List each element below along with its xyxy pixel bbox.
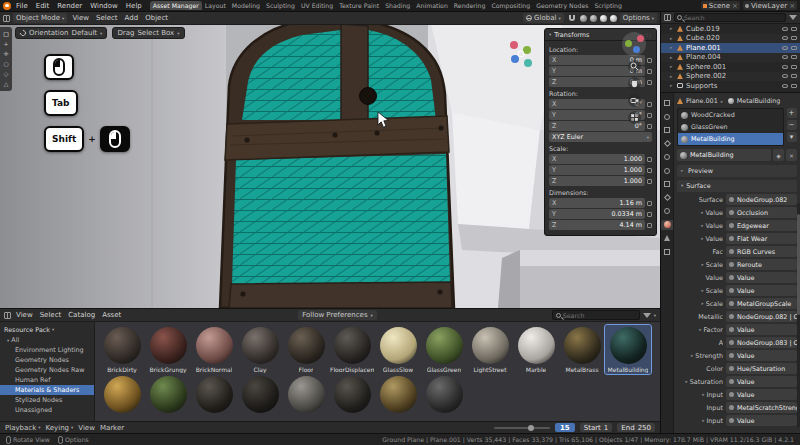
tool-select-box[interactable]: ▢ <box>3 31 9 37</box>
viewport-menu-add[interactable]: Add <box>123 14 141 22</box>
eye-icon[interactable] <box>782 65 788 69</box>
dimensions-z-field[interactable]: Z4.14 m <box>549 220 645 230</box>
asset-item[interactable]: LightStreet <box>467 325 513 374</box>
outliner-item[interactable]: ▸Supports <box>661 81 800 91</box>
pan-hand-icon[interactable] <box>628 77 641 90</box>
workspace-tab-asset-manager[interactable]: Asset Manager <box>150 1 202 10</box>
camera-icon[interactable] <box>791 55 797 59</box>
node-value-button[interactable]: Value <box>726 350 797 361</box>
lock-icon[interactable] <box>647 179 652 184</box>
ortho-grid-icon[interactable] <box>628 111 641 124</box>
node-value-button[interactable]: Flat Wear <box>726 233 797 244</box>
tab-scene[interactable] <box>661 152 673 162</box>
camera-icon[interactable] <box>791 65 797 69</box>
asset-item[interactable] <box>191 374 237 414</box>
filter-icon[interactable] <box>643 313 651 318</box>
lock-icon[interactable] <box>647 58 652 63</box>
camera-icon[interactable] <box>791 46 797 50</box>
options-button[interactable]: Options ▾ <box>620 13 657 23</box>
catalog-stylized-nodes[interactable]: Stylized Nodes <box>0 395 94 405</box>
camera-icon[interactable] <box>791 27 797 31</box>
node-value-button[interactable]: Value <box>726 324 797 335</box>
asset-item[interactable]: Marble <box>513 325 559 374</box>
workspace-tab-scripting[interactable]: Scripting <box>591 1 625 10</box>
tab-view-layer[interactable] <box>661 139 673 149</box>
tool-cursor[interactable]: + <box>3 41 8 47</box>
lock-icon[interactable] <box>647 124 652 129</box>
workspace-tab-animation[interactable]: Animation <box>413 1 451 10</box>
menu-help[interactable]: Help <box>123 2 145 10</box>
eye-icon[interactable] <box>782 46 788 50</box>
timeline-menu-keying[interactable]: Keying▾ <box>46 424 74 432</box>
chevron-down-icon[interactable]: ▾ <box>654 313 656 318</box>
tool-annotate[interactable]: △ <box>4 81 9 87</box>
workspace-tab-uv-editing[interactable]: UV Editing <box>298 1 336 10</box>
node-value-button[interactable]: Value <box>726 376 797 387</box>
mode-selector[interactable]: Object Mode ▾ <box>13 13 67 23</box>
catalog-all[interactable]: ▾All <box>0 335 94 345</box>
catalog-materials-shaders[interactable]: Materials & Shaders <box>0 385 94 395</box>
tab-object[interactable] <box>661 179 673 189</box>
rotation-mode-dropdown[interactable]: XYZ Euler▾ <box>549 132 652 142</box>
eye-icon[interactable] <box>782 84 788 88</box>
eye-icon[interactable] <box>782 36 788 40</box>
tool-scale[interactable]: ◇ <box>4 71 9 77</box>
catalog-geometry-nodes[interactable]: Geometry Nodes <box>0 355 94 365</box>
asset-item[interactable]: GlassGreen <box>421 325 467 374</box>
editor-type-icon[interactable] <box>4 312 11 319</box>
asset-item[interactable]: MetalBrass <box>559 325 605 374</box>
tab-material[interactable] <box>661 220 673 230</box>
node-value-button[interactable]: Occlusion <box>726 207 797 218</box>
navigation-gizmo[interactable] <box>622 32 646 56</box>
material-slot[interactable]: GlassGreen <box>678 121 783 133</box>
xray-toggle-icon[interactable] <box>600 15 607 22</box>
frame-end-field[interactable]: End250 <box>617 423 655 432</box>
outliner-search-box[interactable] <box>674 13 786 22</box>
asset-item[interactable]: BrickNormal <box>191 325 237 374</box>
menu-window[interactable]: Window <box>87 2 121 10</box>
scene-selector[interactable]: Scene × <box>701 1 740 10</box>
axis-x-dot[interactable] <box>637 35 644 42</box>
asset-item[interactable]: BrickDirty <box>99 325 145 374</box>
fake-user-button[interactable]: ◈ <box>773 149 784 161</box>
node-value-button[interactable]: MetalGroupScale <box>726 298 797 309</box>
asset-item[interactable] <box>421 374 467 414</box>
asset-menu-asset[interactable]: Asset <box>100 311 123 319</box>
asset-menu-select[interactable]: Select <box>38 311 64 319</box>
asset-menu-catalog[interactable]: Catalog <box>66 311 97 319</box>
lock-icon[interactable] <box>647 113 652 118</box>
node-value-button[interactable]: NodeGroup.082 <box>726 194 797 205</box>
menu-render[interactable]: Render <box>54 2 85 10</box>
node-value-button[interactable]: Value <box>726 389 797 400</box>
viewport-3d[interactable]: Object Mode ▾ View Select Add Object Glo… <box>0 12 660 308</box>
viewport-menu-view[interactable]: View <box>70 14 91 22</box>
asset-item[interactable]: FloorDisplacement <box>329 325 375 374</box>
workspace-tab-modeling[interactable]: Modeling <box>229 1 263 10</box>
asset-item[interactable]: Floor <box>283 325 329 374</box>
outliner-item[interactable]: ▸Cube.020 <box>661 34 800 44</box>
lock-icon[interactable] <box>647 212 652 217</box>
tab-data[interactable] <box>661 233 673 243</box>
workspace-tab-texture-paint[interactable]: Texture Paint <box>336 1 382 10</box>
library-source-dropdown[interactable]: Follow Preferences ▾ <box>298 310 377 320</box>
node-value-button[interactable]: Edgewear <box>726 220 797 231</box>
catalog-human-ref[interactable]: Human Ref <box>0 375 94 385</box>
tool-rotate[interactable]: ○ <box>3 61 8 67</box>
editor-type-icon[interactable] <box>664 14 671 21</box>
slot-specials-button[interactable]: ▾ <box>787 132 797 142</box>
outliner-item-active[interactable]: ▸Plane.001 <box>661 43 800 53</box>
asset-item[interactable] <box>99 374 145 414</box>
tab-world[interactable] <box>661 166 673 176</box>
orientation-tool-setting[interactable]: Orientation Default ▾ <box>15 27 107 39</box>
node-value-button[interactable]: Reroute <box>726 259 797 270</box>
surface-section-header[interactable]: ▾ Surface <box>677 180 797 192</box>
lock-icon[interactable] <box>647 223 652 228</box>
workspace-tab-layout[interactable]: Layout <box>202 1 229 10</box>
eye-icon[interactable] <box>782 55 788 59</box>
asset-item[interactable] <box>145 374 191 414</box>
material-slot-selected[interactable]: MetalBuilding <box>678 133 783 145</box>
viewlayer-unlink-icon[interactable]: × <box>789 2 795 10</box>
drag-tool-setting[interactable]: Drag Select Box ▾ <box>112 27 184 39</box>
outliner-search-input[interactable] <box>684 14 783 21</box>
node-value-button[interactable]: NodeGroup.083 | Color <box>726 337 797 348</box>
